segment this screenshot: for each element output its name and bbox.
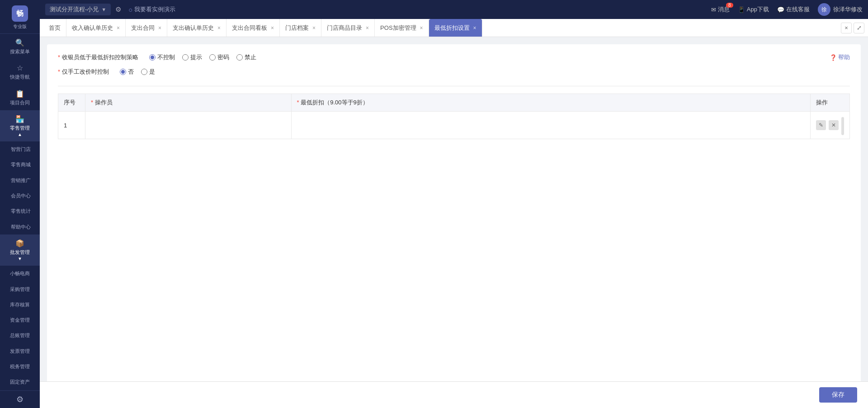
operator-required-mark: * [91, 99, 93, 106]
tab-payment-confirm-close[interactable]: × [217, 25, 221, 31]
edit-icon[interactable]: ✎ [816, 120, 826, 130]
sidebar-item-ecommerce[interactable]: 小畅电商 [0, 266, 40, 281]
sidebar-item-smart-store[interactable]: 智营门店 [0, 141, 40, 157]
strategy-password[interactable]: 密码 [209, 53, 229, 61]
app-logo-text: 专业版 [13, 23, 27, 30]
sidebar-nav: 🔍 搜索菜单 ☆ 快捷导航 📋 项目合同 🏪 零售管理 ▲ 智营门店 零售商城 … [0, 34, 40, 390]
manual-no-input[interactable] [120, 69, 126, 75]
tab-close-button[interactable]: × [841, 23, 852, 33]
tab-income-confirm-label: 收入确认单历史 [72, 24, 113, 32]
tab-pos-pwd[interactable]: POS加密管理 × [375, 19, 429, 37]
sidebar-item-invoice-label: 发票管理 [10, 348, 30, 354]
app-download-button[interactable]: 📱 App下载 [738, 5, 769, 14]
sidebar-item-finance-label: 资金管理 [10, 317, 30, 323]
tab-pos-pwd-close[interactable]: × [420, 25, 423, 31]
strategy-password-label: 密码 [217, 53, 229, 61]
strategy-remind-label: 提示 [190, 53, 202, 61]
content-area: * 收银员低于最低折扣控制策略 不控制 提示 [40, 37, 868, 408]
message-button[interactable]: ✉ 消息 8 [711, 5, 730, 14]
tab-payment-view-close[interactable]: × [271, 25, 274, 31]
tab-income-confirm[interactable]: 收入确认单历史 × [66, 19, 126, 37]
delete-icon[interactable]: ✕ [829, 120, 839, 130]
sidebar-item-member-center[interactable]: 会员中心 [0, 188, 40, 203]
sidebar-item-tax[interactable]: 税务管理 [0, 359, 40, 374]
tab-payment-view[interactable]: 支出合同看板 × [226, 19, 280, 37]
manual-yes-input[interactable] [141, 69, 147, 75]
sidebar-item-smart-store-label: 智营门店 [11, 146, 31, 152]
tab-home[interactable]: 首页 [43, 19, 66, 37]
col-header-discount: * 最低折扣（9.00等于9折） [291, 94, 810, 112]
tab-income-confirm-close[interactable]: × [117, 25, 120, 31]
table-cell-operator [85, 112, 292, 139]
topbar: 测试分开流程-小兄 ▼ ⚙ ○ 我要看实例演示 ✉ 消息 8 📱 App下载 💬… [40, 0, 868, 19]
tab-store-product-close[interactable]: × [366, 25, 369, 31]
sidebar-item-shortcuts[interactable]: ☆ 快捷导航 [0, 59, 40, 84]
sidebar-item-invoice[interactable]: 发票管理 [0, 343, 40, 359]
tab-min-discount-close[interactable]: × [473, 25, 476, 31]
save-button[interactable]: 保存 [819, 387, 857, 403]
sidebar-item-inventory[interactable]: 库存核算 [0, 297, 40, 312]
table-cell-discount [291, 112, 810, 139]
tab-store-file-close[interactable]: × [312, 25, 316, 31]
sidebar-logo: 畅 专业版 [0, 0, 40, 34]
strategy-no-control-input[interactable] [149, 54, 156, 61]
sidebar-item-fixed-assets[interactable]: 固定资产 [0, 374, 40, 389]
strategy-forbid[interactable]: 禁止 [236, 53, 256, 61]
settings-icon[interactable]: ⚙ [16, 394, 24, 404]
sidebar-item-search[interactable]: 🔍 搜索菜单 [0, 34, 40, 59]
tab-store-product[interactable]: 门店商品目录 × [321, 19, 375, 37]
contract-icon: 📋 [15, 89, 24, 98]
app-logo-icon: 畅 [12, 5, 28, 22]
table-header-row: 序号 * 操作员 * 最低折扣（9.00等于9折） 操作 [58, 94, 850, 112]
help-link[interactable]: ❓ 帮助 [830, 53, 850, 61]
sidebar-item-search-label: 搜索菜单 [10, 48, 30, 55]
sidebar-item-assets-label: 固定资产 [10, 379, 30, 385]
manual-price-form-row: * 仅手工改价时控制 否 是 [58, 68, 256, 76]
tab-payment-confirm[interactable]: 支出确认单历史 × [167, 19, 226, 37]
strategy-remind-input[interactable] [182, 54, 189, 61]
sidebar-item-wholesale[interactable]: 📦 批发管理 ▼ [0, 234, 40, 266]
sidebar-item-purchase[interactable]: 采购管理 [0, 281, 40, 297]
project-chevron-icon: ▼ [101, 7, 106, 12]
demo-link[interactable]: ○ 我要看实例演示 [128, 5, 175, 14]
online-service-button[interactable]: 💬 在线客服 [777, 5, 810, 14]
sidebar-item-retail-mall[interactable]: 零售商城 [0, 157, 40, 172]
sidebar-item-ledger[interactable]: 总账管理 [0, 328, 40, 343]
sidebar-item-retail-mgmt[interactable]: 🏪 零售管理 ▲ [0, 110, 40, 141]
sidebar-item-wholesale-label: 批发管理 [10, 249, 30, 255]
user-profile[interactable]: 徐 徐泽华修改 [818, 3, 863, 16]
table-row: 1 ✎ ✕ [58, 112, 850, 139]
sidebar-item-retail-mall-label: 零售商城 [11, 161, 31, 168]
main-area: 测试分开流程-小兄 ▼ ⚙ ○ 我要看实例演示 ✉ 消息 8 📱 App下载 💬… [40, 0, 868, 408]
manual-yes[interactable]: 是 [141, 68, 155, 76]
strategy-remind[interactable]: 提示 [182, 53, 202, 61]
project-selector[interactable]: 测试分开流程-小兄 ▼ [45, 4, 111, 15]
col-header-seq: 序号 [58, 94, 85, 112]
manual-no[interactable]: 否 [120, 68, 134, 76]
topbar-right: ✉ 消息 8 📱 App下载 💬 在线客服 徐 徐泽华修改 [711, 3, 863, 16]
avatar: 徐 [818, 3, 830, 16]
tab-payment-contract-close[interactable]: × [158, 25, 161, 31]
tab-min-discount[interactable]: 最低折扣设置 × [429, 19, 482, 37]
sidebar-item-member-label: 会员中心 [11, 192, 31, 199]
tab-payment-view-label: 支出合同看板 [232, 24, 267, 32]
message-badge: 8 [726, 3, 733, 8]
demo-label: 我要看实例演示 [134, 5, 175, 14]
star-icon: ☆ [17, 64, 23, 72]
sidebar-item-finance[interactable]: 资金管理 [0, 312, 40, 328]
project-name: 测试分开流程-小兄 [50, 5, 99, 14]
sidebar-item-retail-stats[interactable]: 零售统计 [0, 203, 40, 219]
sidebar-item-project-contract[interactable]: 📋 项目合同 [0, 85, 40, 110]
tab-payment-contract[interactable]: 支出合同 × [126, 19, 167, 37]
strategy-no-control[interactable]: 不控制 [149, 53, 175, 61]
tab-store-file-label: 门店档案 [285, 24, 309, 32]
tabbar-end: × ⤢ [841, 23, 864, 33]
sidebar-item-help-center[interactable]: 帮助中心 [0, 219, 40, 234]
tab-expand-button[interactable]: ⤢ [854, 23, 864, 33]
tab-store-file[interactable]: 门店档案 × [280, 19, 321, 37]
strategy-password-input[interactable] [209, 54, 216, 61]
topbar-gear-icon[interactable]: ⚙ [115, 5, 121, 14]
scrollbar-track [841, 117, 844, 135]
strategy-forbid-input[interactable] [236, 54, 243, 61]
sidebar-item-marketing[interactable]: 营销推广 [0, 173, 40, 188]
